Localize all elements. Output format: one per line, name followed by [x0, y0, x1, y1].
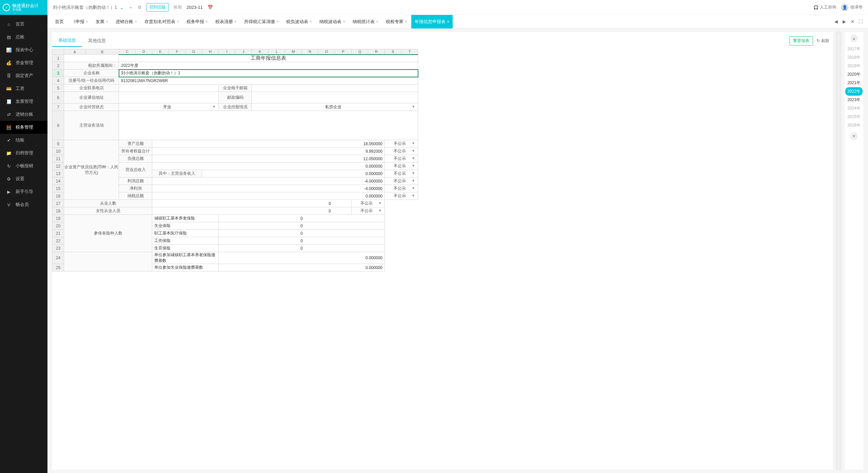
col-header[interactable]: A — [64, 49, 86, 55]
switch-old-button[interactable]: 切到旧版 — [146, 3, 169, 12]
year-down-icon[interactable]: ▼ — [850, 132, 858, 140]
col-header[interactable]: J — [235, 49, 252, 55]
fullscreen-icon[interactable]: ⛶ — [857, 18, 864, 25]
close-icon[interactable]: × — [135, 19, 137, 24]
publish-select[interactable]: 不公示 — [385, 155, 418, 163]
publish-select[interactable]: 不公示 — [352, 200, 385, 207]
row-header[interactable]: 1 — [53, 55, 64, 62]
period-value[interactable]: 2023-11 — [186, 5, 203, 10]
row-header[interactable]: 23 — [53, 245, 64, 252]
publish-select[interactable]: 不公示 — [385, 177, 418, 185]
row-header[interactable]: 10 — [53, 148, 64, 155]
female-value[interactable]: 0 — [152, 207, 352, 215]
sub-tab-other[interactable]: 其他信息 — [82, 35, 112, 46]
col-header[interactable]: L — [269, 49, 285, 55]
row-header[interactable]: 13 — [53, 170, 64, 177]
base-value[interactable]: 0.000000 — [219, 264, 385, 271]
tab[interactable]: 年报信息申报表× — [411, 15, 453, 29]
row-header[interactable]: 20 — [53, 222, 64, 230]
tab-close-all-icon[interactable]: ✕ — [849, 18, 856, 25]
tab[interactable]: 税检专家× — [382, 15, 411, 29]
col-header[interactable]: F — [169, 49, 185, 55]
col-header[interactable] — [53, 49, 64, 55]
year-option[interactable]: 2021年 — [845, 79, 863, 87]
tab[interactable]: 所得税汇算清缴× — [241, 15, 282, 29]
nav-salary[interactable]: 💳工资 — [0, 82, 47, 95]
row-header[interactable]: 8 — [53, 111, 64, 140]
row-header[interactable]: 18 — [53, 207, 64, 215]
row-header[interactable]: 24 — [53, 252, 64, 264]
close-icon[interactable]: × — [234, 19, 237, 24]
nav-fund[interactable]: 💰资金管理 — [0, 56, 47, 69]
nav-expense[interactable]: ↻小畅报销 — [0, 159, 47, 172]
account-selector[interactable]: 刘小艳演示账套（勿删勿动！）1 ⌄ — [53, 4, 124, 11]
close-icon[interactable]: × — [276, 19, 279, 24]
nav-settings[interactable]: ⚙设置 — [0, 172, 47, 185]
row-header[interactable]: 12 — [53, 163, 64, 170]
ins-value[interactable]: 0 — [219, 222, 385, 230]
tab[interactable]: 纳税波动表× — [316, 15, 349, 29]
cell-value[interactable]: -4.000000 — [152, 177, 385, 185]
row-header[interactable]: 17 — [53, 200, 64, 207]
nav-report[interactable]: 📊报表中心 — [0, 43, 47, 56]
close-icon[interactable]: × — [376, 19, 378, 24]
col-header[interactable]: I — [219, 49, 235, 55]
row-header[interactable]: 3 — [53, 70, 64, 77]
addr-value[interactable] — [119, 92, 219, 103]
email-value[interactable] — [252, 84, 418, 92]
ins-value[interactable]: 0 — [219, 245, 385, 252]
col-header[interactable]: Q — [352, 49, 368, 55]
col-header[interactable]: M — [285, 49, 302, 55]
calendar-icon[interactable]: 📅 — [208, 5, 213, 10]
row-header[interactable]: 21 — [53, 230, 64, 237]
col-header[interactable]: G — [185, 49, 202, 55]
company-value[interactable]: 刘小艳演示账套（勿删勿动！）1 — [119, 70, 418, 77]
reset-button[interactable]: 重置报表 — [789, 36, 813, 45]
close-icon[interactable]: × — [177, 19, 179, 24]
year-option[interactable]: 2020年 — [845, 70, 863, 79]
col-header[interactable]: O — [318, 49, 335, 55]
row-header[interactable]: 14 — [53, 177, 64, 185]
nav-invoice[interactable]: 🧾发票管理 — [0, 95, 47, 108]
publish-select[interactable]: 不公示 — [385, 148, 418, 155]
row-header[interactable]: 5 — [53, 84, 64, 92]
nav-inout[interactable]: ⇄进销台账 — [0, 108, 47, 121]
row-header[interactable]: 4 — [53, 77, 64, 84]
col-header[interactable]: H — [202, 49, 219, 55]
nav-home[interactable]: ⌂首页 — [0, 18, 47, 31]
col-header[interactable]: N — [302, 49, 318, 55]
publish-select[interactable]: 不公示 — [352, 207, 385, 215]
ins-value[interactable]: 0 — [219, 237, 385, 245]
cell-value[interactable]: 9.992000 — [152, 148, 385, 155]
close-icon[interactable]: × — [447, 19, 449, 24]
nav-tax[interactable]: 🧮税务管理 — [0, 121, 47, 134]
col-header[interactable]: C — [119, 49, 136, 55]
col-header[interactable]: B — [86, 49, 119, 55]
close-icon[interactable]: × — [106, 19, 108, 24]
tab[interactable]: 发票× — [92, 15, 112, 29]
holding-select[interactable]: 私营企业 — [252, 103, 418, 111]
consult-button[interactable]: 🎧 人工咨询 — [813, 4, 836, 10]
cell-value[interactable]: -4.000000 — [152, 185, 385, 192]
row-header[interactable]: 9 — [53, 140, 64, 148]
row-header[interactable]: 22 — [53, 237, 64, 245]
row-header[interactable]: 25 — [53, 264, 64, 271]
publish-select[interactable]: 不公示 — [385, 192, 418, 200]
col-header[interactable]: R — [368, 49, 385, 55]
tab[interactable]: 税负波动表× — [283, 15, 315, 29]
ins-value[interactable]: 0 — [219, 215, 385, 222]
status-select[interactable]: 开业 — [119, 103, 219, 111]
regno-value[interactable]: 91320811MA7NGR2W6R — [119, 77, 418, 84]
nav-asset[interactable]: 🗄固定资产 — [0, 69, 47, 82]
row-header[interactable]: 16 — [53, 192, 64, 200]
tab[interactable]: 税表清册× — [212, 15, 240, 29]
mainbiz-value[interactable] — [119, 111, 418, 140]
publish-select[interactable]: 不公示 — [385, 140, 418, 148]
cell-value[interactable]: 12.050000 — [152, 155, 385, 163]
tab[interactable]: 进销台账× — [112, 15, 140, 29]
cell-value[interactable]: 0.000000 — [202, 170, 385, 177]
phone-value[interactable] — [119, 84, 219, 92]
tab[interactable]: 《申报× — [68, 15, 92, 29]
col-header[interactable]: D — [136, 49, 152, 55]
row-header[interactable]: 6 — [53, 92, 64, 103]
